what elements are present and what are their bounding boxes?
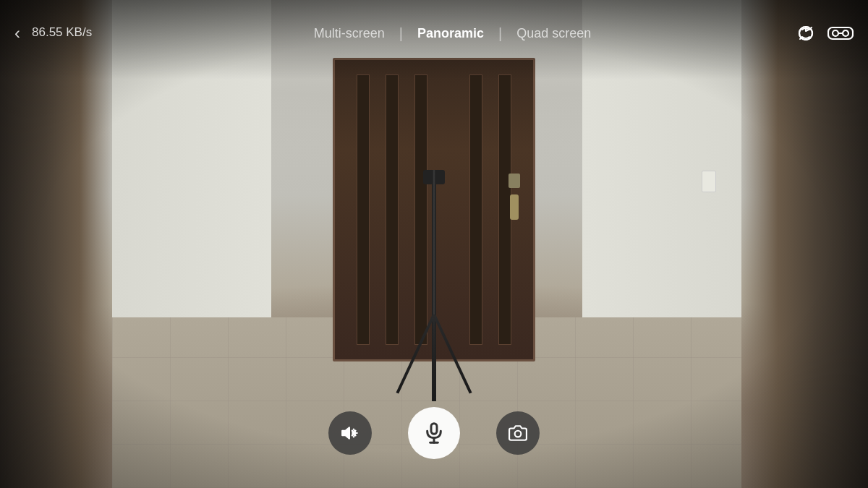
tripod [427, 170, 441, 401]
svg-rect-10 [431, 424, 437, 435]
snapshot-button[interactable] [496, 411, 540, 455]
header-actions [796, 23, 854, 48]
door-strip-3 [414, 74, 427, 345]
tab-quad-screen[interactable]: Quad screen [502, 25, 605, 43]
tab-multi-screen[interactable]: Multi-screen [299, 25, 399, 43]
svg-marker-6 [342, 427, 349, 438]
microphone-button[interactable] [408, 407, 460, 459]
volume-button[interactable] [328, 411, 372, 455]
door-strip-5 [469, 74, 482, 345]
header: ‹ 86.55 KB/s Multi-screen | Panoramic | … [0, 0, 868, 80]
door-lock [509, 174, 520, 188]
svg-point-13 [515, 431, 522, 437]
back-button[interactable]: ‹ [14, 23, 20, 43]
svg-point-3 [833, 30, 838, 36]
nav-tabs: Multi-screen | Panoramic | Quad screen [109, 25, 796, 43]
door-strip-1 [357, 74, 370, 345]
vr-icon[interactable] [827, 25, 854, 47]
light-switch [702, 171, 716, 192]
door-strip-2 [386, 74, 399, 345]
refresh-icon[interactable] [796, 23, 816, 48]
tab-panoramic[interactable]: Panoramic [403, 25, 498, 43]
svg-point-4 [843, 30, 848, 36]
camera-view: ‹ 86.55 KB/s Multi-screen | Panoramic | … [0, 0, 868, 488]
data-rate-display: 86.55 KB/s [32, 25, 92, 40]
tripod-leg-center [433, 314, 435, 401]
bottom-controls [0, 407, 868, 459]
door-handle [510, 194, 519, 220]
